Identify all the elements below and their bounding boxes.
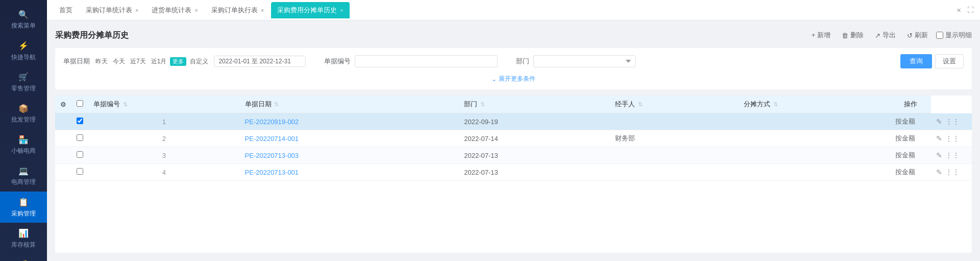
custom-btn[interactable]: 自定义 <box>188 57 210 66</box>
th-gear[interactable]: ⚙ <box>55 96 71 113</box>
sidebar-item-finance[interactable]: 💰资金管理 <box>0 254 47 262</box>
row-dept-3 <box>610 164 739 181</box>
show-details-checkbox[interactable] <box>936 32 943 39</box>
page-header: 采购费用分摊单历史 + 新增 🗑 删除 ↗ 导出 ↺ 刷新 显示明细 <box>55 29 972 42</box>
more-btn[interactable]: 更多 <box>170 57 186 66</box>
page-title: 采购费用分摊单历史 <box>55 30 129 41</box>
date-range-input[interactable] <box>214 56 306 67</box>
row-check-3[interactable] <box>71 164 88 181</box>
row-dept-2 <box>610 147 739 164</box>
table-row: 2 PE-20220714-001 2022-07-14 财务部 按金额 ✎ ⋮… <box>55 130 972 147</box>
doc-no-input[interactable] <box>355 55 498 67</box>
sidebar-item-search[interactable]: 🔍搜索菜单 <box>0 4 47 35</box>
expand-conditions-button[interactable]: ⌄ 展开更多条件 <box>492 75 535 83</box>
main-area: 首页采购订单统计表×进货单统计表×采购订单执行表×采购费用分摊单历史× × ⛶ … <box>47 0 980 261</box>
row-doc-no-2[interactable]: PE-20220713-003 <box>240 147 459 164</box>
row-edit-icon-0[interactable]: ✎ <box>936 117 942 126</box>
th-handler[interactable]: 经手人 ⇅ <box>610 96 739 113</box>
refresh-button[interactable]: ↺ 刷新 <box>904 29 931 42</box>
row-more-icon-0[interactable]: ⋮⋮ <box>945 117 960 126</box>
tab-purchase-order-exec[interactable]: 采购订单执行表× <box>205 2 270 18</box>
sidebar-item-quick-nav[interactable]: ⚡快捷导航 <box>0 35 47 66</box>
th-doc-no[interactable]: 单据编号 ⇅ <box>88 96 240 113</box>
row-checkbox-3[interactable] <box>77 168 83 175</box>
row-checkbox-0[interactable] <box>77 117 83 124</box>
sort-handler-icon[interactable]: ⇅ <box>638 101 643 107</box>
sort-split-icon[interactable]: ⇅ <box>773 101 778 107</box>
row-num-0: 1 <box>88 113 240 130</box>
sidebar-icon-purchase: 📋 <box>2 197 45 208</box>
row-checkbox-2[interactable] <box>77 151 83 158</box>
row-check-2[interactable] <box>71 147 88 164</box>
row-handler-0 <box>739 113 890 130</box>
tab-purchase-goods-summary[interactable]: 进货单统计表× <box>145 2 204 18</box>
setting-button[interactable]: 设置 <box>935 54 964 68</box>
maximize-window-icon[interactable]: ⛶ <box>967 6 974 14</box>
yesterday-btn[interactable]: 昨天 <box>94 57 109 66</box>
th-dept[interactable]: 部门 ⇅ <box>459 96 610 113</box>
row-doc-no-0[interactable]: PE-20220919-002 <box>240 113 459 130</box>
sort-doc-date-icon[interactable]: ⇅ <box>274 101 279 107</box>
row-ops-2: ✎ ⋮⋮ <box>931 147 972 164</box>
last7days-btn[interactable]: 近7天 <box>129 57 148 66</box>
tab-close-purchase-order-summary[interactable]: × <box>135 7 138 13</box>
tab-purchase-cost-split[interactable]: 采购费用分摊单历史× <box>271 2 349 18</box>
row-edit-icon-1[interactable]: ✎ <box>936 134 942 143</box>
close-window-icon[interactable]: × <box>957 6 961 14</box>
row-doc-no-3[interactable]: PE-20220713-001 <box>240 164 459 181</box>
th-ops: 操作 <box>890 96 931 113</box>
sidebar-item-inventory[interactable]: 📊库存核算 <box>0 223 47 254</box>
th-doc-date[interactable]: 单据日期 ⇅ <box>240 96 459 113</box>
sort-doc-no-icon[interactable]: ⇅ <box>123 101 128 107</box>
table-row: 1 PE-20220919-002 2022-09-19 按金额 ✎ ⋮⋮ <box>55 113 972 130</box>
sidebar-item-micro-shop[interactable]: 🏪小畅电商 <box>0 129 47 160</box>
sidebar-label-retail: 零售管理 <box>11 85 36 92</box>
row-more-icon-2[interactable]: ⋮⋮ <box>945 151 960 159</box>
toolbar: + 新增 🗑 删除 ↗ 导出 ↺ 刷新 显示明细 <box>808 29 972 42</box>
row-check-1[interactable] <box>71 130 88 147</box>
table-header: ⚙ 单据编号 ⇅ 单据日期 ⇅ 部门 ⇅ 经手人 ⇅ 分摊方式 ⇅ 操作 <box>55 96 972 113</box>
row-edit-icon-2[interactable]: ✎ <box>936 151 942 159</box>
row-edit-icon-3[interactable]: ✎ <box>936 168 942 176</box>
sidebar-icon-ecommerce: 💻 <box>2 165 45 177</box>
row-more-icon-1[interactable]: ⋮⋮ <box>945 134 960 143</box>
row-doc-date-3: 2022-07-13 <box>459 164 610 181</box>
sidebar-icon-inventory: 📊 <box>2 228 45 239</box>
tab-home[interactable]: 首页 <box>53 2 79 18</box>
show-details-toggle: 显示明细 <box>936 31 972 40</box>
sidebar-icon-finance: 💰 <box>2 259 45 262</box>
table-row: 4 PE-20220713-001 2022-07-13 按金额 ✎ ⋮⋮ <box>55 164 972 181</box>
delete-button[interactable]: 🗑 删除 <box>839 29 867 42</box>
sidebar-item-retail[interactable]: 🛒零售管理 <box>0 66 47 98</box>
row-gear-3 <box>55 164 71 181</box>
row-checkbox-1[interactable] <box>77 134 83 141</box>
delete-icon: 🗑 <box>842 32 848 39</box>
row-dept-0 <box>610 113 739 130</box>
select-all-checkbox[interactable] <box>77 100 83 107</box>
sort-dept-icon[interactable]: ⇅ <box>480 101 485 107</box>
today-btn[interactable]: 今天 <box>111 57 127 66</box>
sidebar-item-ecommerce[interactable]: 💻电商管理 <box>0 160 47 192</box>
date-shortcuts: 昨天 今天 近7天 近1月 更多 自定义 <box>94 57 210 66</box>
tab-close-purchase-order-exec[interactable]: × <box>261 7 264 13</box>
dept-select[interactable]: 财务部 <box>533 55 635 67</box>
sidebar-item-wholesale[interactable]: 📦批发管理 <box>0 98 47 129</box>
sidebar-icon-quick-nav: ⚡ <box>2 40 45 52</box>
export-button[interactable]: ↗ 导出 <box>872 29 899 42</box>
table-body: 1 PE-20220919-002 2022-09-19 按金额 ✎ ⋮⋮ 2 … <box>55 113 972 181</box>
row-check-0[interactable] <box>71 113 88 130</box>
row-gear-0 <box>55 113 71 130</box>
row-doc-no-1[interactable]: PE-20220714-001 <box>240 130 459 147</box>
last1month-btn[interactable]: 近1月 <box>150 57 168 66</box>
tab-close-purchase-goods-summary[interactable]: × <box>194 7 198 13</box>
sidebar-label-ecommerce: 电商管理 <box>11 178 36 185</box>
tab-purchase-order-summary[interactable]: 采购订单统计表× <box>80 2 144 18</box>
th-split-method[interactable]: 分摊方式 ⇅ <box>739 96 890 113</box>
search-button[interactable]: 查询 <box>900 54 932 68</box>
sidebar-item-purchase[interactable]: 📋采购管理 <box>0 192 47 223</box>
add-button[interactable]: + 新增 <box>808 29 834 42</box>
row-more-icon-3[interactable]: ⋮⋮ <box>945 168 960 176</box>
tab-close-purchase-cost-split[interactable]: × <box>340 7 343 13</box>
sidebar-label-micro-shop: 小畅电商 <box>11 147 36 154</box>
tab-label-purchase-order-summary: 采购订单统计表 <box>86 6 132 15</box>
